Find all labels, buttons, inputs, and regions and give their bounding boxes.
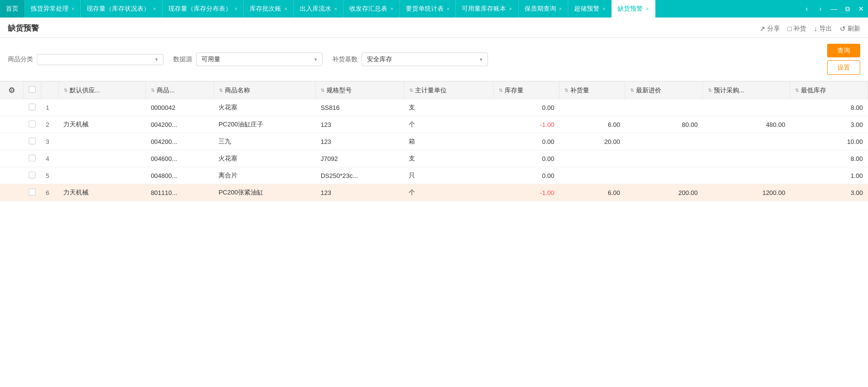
gear-icon[interactable]: ⚙	[5, 86, 18, 95]
sort-icon-default_supplier[interactable]: ⇅	[64, 88, 68, 93]
nav-tab-home[interactable]: 首页	[0, 0, 25, 18]
nav-tab-anomaly[interactable]: 拣货异常处理×	[25, 0, 81, 18]
export-button[interactable]: ↓ 导出	[814, 24, 832, 33]
sort-icon-product_code[interactable]: ⇅	[151, 88, 155, 93]
header-checkbox[interactable]	[29, 86, 36, 93]
table-row[interactable]: 6力天机械801110...PC200张紧油缸123个-1.006.00200.…	[0, 184, 868, 201]
datasource-chevron-icon: ▾	[314, 56, 317, 63]
nav-tab-close-inventory-status[interactable]: ×	[153, 6, 156, 12]
col-header-estimated_purchase[interactable]: ⇅预计采购...	[703, 82, 790, 99]
nav-tab-close-batch[interactable]: ×	[284, 6, 287, 12]
sort-icon-stock[interactable]: ⇅	[499, 88, 503, 93]
nav-tab-close-shortage[interactable]: ×	[646, 6, 649, 12]
nav-tab-batch[interactable]: 库存批次账×	[244, 0, 293, 18]
product-code-cell-1: 004200...	[146, 116, 214, 133]
nav-restore[interactable]: ⧉	[841, 0, 854, 18]
share-icon: ↗	[760, 25, 765, 33]
replenish-icon: □	[788, 25, 792, 33]
nav-tab-close-inventory-dist[interactable]: ×	[235, 6, 237, 12]
nav-tab-inventory-status[interactable]: 现存量（库存状况表）×	[81, 0, 162, 18]
replenish-qty-cell-3	[559, 150, 625, 167]
row-checkbox-3[interactable]	[29, 155, 36, 161]
share-button[interactable]: ↗ 分享	[760, 24, 780, 33]
sort-icon-product_name[interactable]: ⇅	[219, 88, 223, 93]
nav-tab-close-inout-flow[interactable]: ×	[334, 6, 337, 12]
col-label-stock: 库存量	[505, 86, 524, 95]
row-checkbox-4[interactable]	[29, 172, 36, 178]
col-header-default_supplier[interactable]: ⇅默认供应...	[58, 82, 146, 99]
nav-tab-demand-stats[interactable]: 要货单统计表×	[400, 0, 456, 18]
query-button[interactable]: 查询	[827, 44, 860, 57]
row-checkbox-2[interactable]	[29, 138, 36, 144]
settings-button[interactable]: 设置	[827, 60, 860, 75]
sort-icon-min_stock[interactable]: ⇅	[795, 88, 799, 93]
nav-tab-label-batch: 库存批次账	[250, 4, 281, 13]
nav-tab-close-anomaly[interactable]: ×	[72, 6, 74, 12]
latest-price-cell-1: 80.00	[625, 116, 703, 133]
nav-tab-expiry[interactable]: 保质期查询×	[519, 0, 568, 18]
col-label-product_code: 商品...	[157, 86, 175, 95]
nav-tab-shortage[interactable]: 缺货预警×	[612, 0, 655, 18]
refresh-button[interactable]: ↺ 刷新	[840, 24, 860, 33]
nav-tab-available-ledger[interactable]: 可用量库存账本×	[456, 0, 518, 18]
nav-tab-close-collection[interactable]: ×	[390, 6, 393, 12]
sort-icon-unit[interactable]: ⇅	[409, 88, 413, 93]
table-row[interactable]: 2力天机械004200...PC200油缸庄子123个-1.006.0080.0…	[0, 116, 868, 133]
nav-close[interactable]: ✕	[854, 0, 868, 18]
row-checkbox-5[interactable]	[29, 189, 36, 195]
nav-tab-label-inventory-status: 现存量（库存状况表）	[87, 4, 150, 13]
latest-price-cell-4	[625, 167, 703, 184]
nav-tab-close-overstock[interactable]: ×	[602, 6, 605, 12]
datasource-select[interactable]: 可用量 ▾	[196, 53, 323, 66]
replenish-base-label: 补货基数	[332, 55, 358, 64]
col-header-stock[interactable]: ⇅库存量	[493, 82, 559, 99]
estimated-purchase-cell-0	[703, 99, 790, 116]
nav-tab-inout-flow[interactable]: 出入库流水×	[294, 0, 344, 18]
row-checkbox-0[interactable]	[29, 104, 36, 110]
col-header-spec[interactable]: ⇅规格型号	[316, 82, 404, 99]
category-select[interactable]: ▾	[37, 54, 163, 65]
default-supplier-cell-4	[58, 167, 146, 184]
table-row[interactable]: 5004800...离合片DS250*23c...只0.001.00	[0, 167, 868, 184]
nav-tab-collection[interactable]: 收发存汇总表×	[344, 0, 399, 18]
nav-tab-close-available-ledger[interactable]: ×	[509, 6, 512, 12]
page-content: 缺货预警 ↗ 分享 □ 补货 ↓ 导出 ↺ 刷新 商品分类	[0, 18, 868, 387]
row-checkbox-cell-0	[23, 99, 41, 116]
min-stock-cell-5: 3.00	[790, 184, 868, 201]
table-row[interactable]: 3004200...三九123箱0.0020.0010.00	[0, 133, 868, 150]
row-checkbox-cell-5	[23, 184, 41, 201]
col-header-replenish_qty[interactable]: ⇅补货量	[559, 82, 625, 99]
sort-icon-spec[interactable]: ⇅	[321, 88, 325, 93]
replenish-base-select[interactable]: 安全库存 ▾	[362, 53, 488, 66]
col-header-latest_price[interactable]: ⇅最新进价	[625, 82, 703, 99]
row-checkbox-1[interactable]	[29, 121, 36, 127]
row-gear-cell-4	[0, 167, 23, 184]
nav-scroll-right[interactable]: ›	[814, 0, 827, 18]
unit-cell-2: 箱	[404, 133, 493, 150]
datasource-value: 可用量	[201, 55, 220, 64]
filter-actions: 查询 设置	[827, 44, 860, 75]
sort-icon-replenish_qty[interactable]: ⇅	[564, 88, 568, 93]
sort-icon-latest_price[interactable]: ⇅	[630, 88, 634, 93]
col-label-min_stock: 最低库存	[801, 86, 826, 95]
min-stock-cell-4: 1.00	[790, 167, 868, 184]
replenish-qty-cell-4	[559, 167, 625, 184]
sort-icon-estimated_purchase[interactable]: ⇅	[708, 88, 712, 93]
nav-tab-label-demand-stats: 要货单统计表	[406, 4, 444, 13]
table-row[interactable]: 10000042火花塞SS816支0.008.00	[0, 99, 868, 116]
nav-tab-overstock[interactable]: 超储预警×	[568, 0, 612, 18]
nav-tab-label-inout-flow: 出入库流水	[300, 4, 331, 13]
nav-tab-close-expiry[interactable]: ×	[559, 6, 562, 12]
stock-cell-1: -1.00	[493, 116, 559, 133]
nav-scroll-left[interactable]: ‹	[800, 0, 814, 18]
nav-tab-close-demand-stats[interactable]: ×	[447, 6, 450, 12]
table-row[interactable]: 4004600...火花塞J7092支0.008.00	[0, 150, 868, 167]
nav-minimize[interactable]: —	[827, 0, 841, 18]
col-header-product_name[interactable]: ⇅商品名称	[214, 82, 316, 99]
latest-price-cell-0	[625, 99, 703, 116]
col-header-unit[interactable]: ⇅主计量单位	[404, 82, 493, 99]
col-header-product_code[interactable]: ⇅商品...	[146, 82, 214, 99]
nav-tab-inventory-dist[interactable]: 现存量（库存分布表）×	[163, 0, 244, 18]
col-header-min_stock[interactable]: ⇅最低库存	[790, 82, 868, 99]
replenish-button[interactable]: □ 补货	[788, 24, 806, 33]
